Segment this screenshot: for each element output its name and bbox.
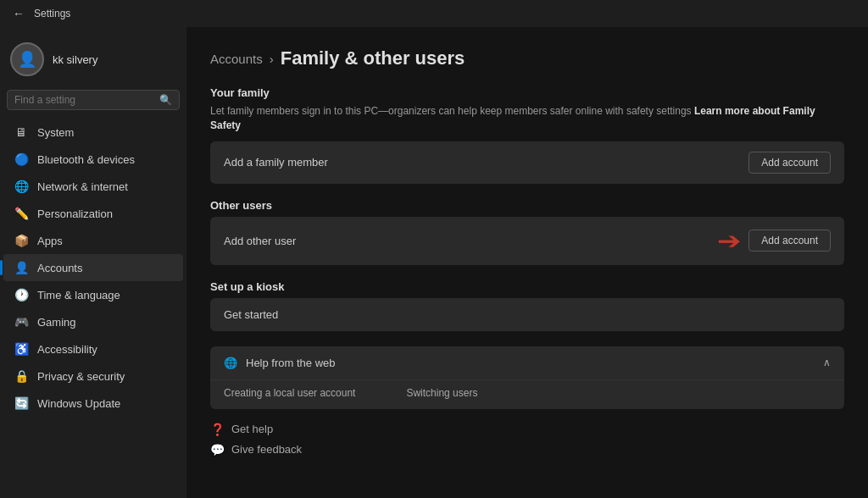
- title-bar: ← Settings: [0, 0, 868, 27]
- help-header-left: 🌐 Help from the web: [224, 357, 336, 369]
- bluetooth-icon: 🔵: [14, 152, 29, 167]
- arrow-annotation: ➔: [296, 227, 748, 255]
- search-icon: 🔍: [159, 94, 172, 106]
- add-other-account-button[interactable]: Add account: [748, 230, 831, 252]
- personalization-icon: ✏️: [14, 206, 29, 221]
- help-globe-icon: 🌐: [224, 357, 237, 369]
- nav-label-windows-update: Windows Update: [37, 397, 120, 410]
- red-arrow-icon: ➔: [717, 227, 741, 255]
- help-chevron-icon: ∧: [823, 357, 831, 368]
- nav-label-network: Network & internet: [37, 180, 128, 193]
- help-link-local-account[interactable]: Creating a local user account: [224, 387, 355, 399]
- nav-item-time[interactable]: 🕐 Time & language: [3, 281, 183, 308]
- nav-label-system: System: [37, 126, 74, 139]
- accessibility-icon: ♿: [14, 341, 29, 357]
- nav-item-accessibility[interactable]: ♿ Accessibility: [3, 335, 183, 362]
- get-help-label: Get help: [231, 423, 273, 435]
- nav-item-accounts[interactable]: 👤 Accounts: [3, 254, 183, 281]
- accounts-icon: 👤: [14, 260, 29, 275]
- nav-item-gaming[interactable]: 🎮 Gaming: [3, 308, 183, 335]
- help-links: Creating a local user account Switching …: [210, 379, 844, 409]
- user-name: kk silvery: [53, 53, 97, 66]
- nav-item-apps[interactable]: 📦 Apps: [3, 227, 183, 254]
- breadcrumb-separator: ›: [270, 52, 274, 66]
- nav-label-privacy: Privacy & security: [37, 370, 125, 383]
- network-icon: 🌐: [14, 179, 29, 194]
- add-family-account-button[interactable]: Add account: [748, 152, 831, 174]
- help-header[interactable]: 🌐 Help from the web ∧: [210, 346, 844, 379]
- get-help-icon: ❓: [210, 423, 225, 436]
- nav-item-bluetooth[interactable]: 🔵 Bluetooth & devices: [3, 146, 183, 173]
- avatar: 👤: [10, 42, 44, 76]
- your-family-header: Your family: [210, 86, 844, 99]
- nav-label-gaming: Gaming: [37, 316, 76, 329]
- nav-label-personalization: Personalization: [37, 208, 113, 220]
- nav-item-windows-update[interactable]: 🔄 Windows Update: [3, 390, 183, 417]
- help-link-switching-users[interactable]: Switching users: [406, 387, 477, 399]
- back-button[interactable]: ←: [10, 5, 27, 22]
- page-title: Family & other users: [281, 47, 465, 69]
- search-box[interactable]: 🔍: [7, 90, 180, 110]
- kiosk-card: Get started: [210, 298, 844, 331]
- windows-update-icon: 🔄: [14, 396, 29, 411]
- apps-icon: 📦: [14, 233, 29, 248]
- get-help-link[interactable]: ❓ Get help: [210, 423, 844, 436]
- help-section: 🌐 Help from the web ∧ Creating a local u…: [210, 346, 844, 409]
- other-users-header: Other users: [210, 199, 844, 212]
- nav-label-bluetooth: Bluetooth & devices: [37, 153, 135, 166]
- time-icon: 🕐: [14, 287, 29, 302]
- breadcrumb: Accounts › Family & other users: [210, 47, 844, 69]
- nav-label-apps: Apps: [37, 235, 63, 247]
- help-section-label: Help from the web: [246, 357, 336, 369]
- sidebar: 👤 kk silvery 🔍 🖥 System 🔵 Bluetooth & de…: [0, 27, 186, 498]
- your-family-description: Let family members sign in to this PC—or…: [210, 104, 844, 133]
- nav-item-network[interactable]: 🌐 Network & internet: [3, 173, 183, 200]
- bottom-links: ❓ Get help 💬 Give feedback: [210, 423, 844, 456]
- kiosk-header: Set up a kiosk: [210, 280, 844, 293]
- add-family-member-label: Add a family member: [224, 156, 328, 169]
- nav-label-accounts: Accounts: [37, 262, 82, 274]
- breadcrumb-parent[interactable]: Accounts: [210, 52, 263, 66]
- nav-item-personalization[interactable]: ✏️ Personalization: [3, 200, 183, 227]
- title-bar-title: Settings: [34, 8, 70, 19]
- add-other-user-card: Add other user ➔ Add account: [210, 217, 844, 265]
- user-profile[interactable]: 👤 kk silvery: [0, 34, 186, 90]
- give-feedback-label: Give feedback: [231, 443, 302, 456]
- system-icon: 🖥: [14, 125, 29, 140]
- search-input[interactable]: [14, 94, 154, 106]
- main-layout: 👤 kk silvery 🔍 🖥 System 🔵 Bluetooth & de…: [0, 27, 868, 498]
- add-family-member-card: Add a family member Add account: [210, 141, 844, 184]
- add-other-user-label: Add other user: [224, 235, 296, 247]
- privacy-icon: 🔒: [14, 368, 29, 384]
- nav-label-time: Time & language: [37, 289, 120, 302]
- kiosk-label: Get started: [224, 308, 278, 321]
- gaming-icon: 🎮: [14, 314, 29, 329]
- nav-item-privacy[interactable]: 🔒 Privacy & security: [3, 362, 183, 390]
- give-feedback-icon: 💬: [210, 443, 225, 456]
- nav-item-system[interactable]: 🖥 System: [3, 119, 183, 146]
- nav-label-accessibility: Accessibility: [37, 343, 97, 356]
- content-area: Accounts › Family & other users Your fam…: [186, 27, 868, 498]
- give-feedback-link[interactable]: 💬 Give feedback: [210, 443, 844, 456]
